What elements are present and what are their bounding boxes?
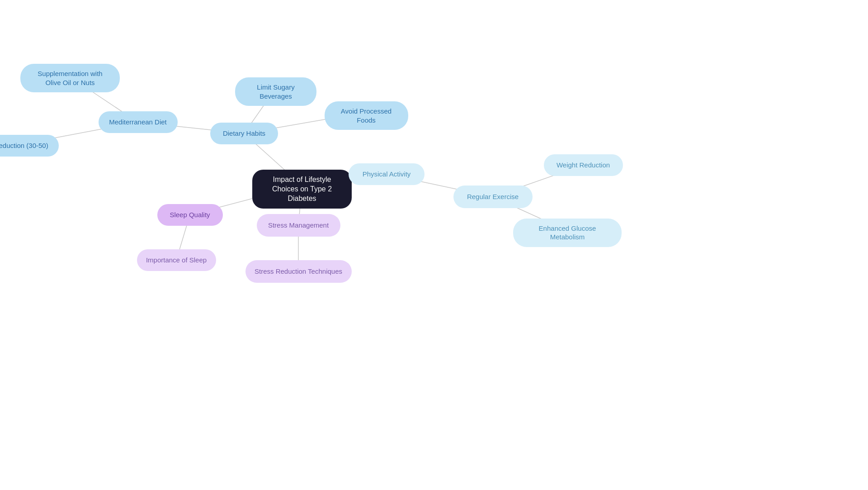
- node-risk-reduction[interactable]: Risk Reduction (30-50): [0, 135, 59, 157]
- node-regular-exercise[interactable]: Regular Exercise: [453, 186, 533, 208]
- node-limit-sugary[interactable]: Limit Sugary Beverages: [235, 77, 316, 106]
- node-avoid-processed[interactable]: Avoid Processed Foods: [325, 101, 408, 130]
- node-stress-management[interactable]: Stress Management: [257, 214, 340, 237]
- node-physical-activity[interactable]: Physical Activity: [349, 163, 425, 185]
- node-mediterranean[interactable]: Mediterranean Diet: [99, 111, 178, 133]
- node-dietary-habits[interactable]: Dietary Habits: [210, 123, 278, 144]
- node-weight-reduction[interactable]: Weight Reduction: [544, 154, 623, 176]
- center-node[interactable]: Impact of Lifestyle Choices on Type 2 Di…: [252, 170, 352, 209]
- node-sleep-quality[interactable]: Sleep Quality: [157, 204, 223, 226]
- node-olive-oil[interactable]: Supplementation with Olive Oil or Nuts: [20, 64, 120, 92]
- node-stress-reduction[interactable]: Stress Reduction Techniques: [245, 260, 352, 283]
- node-importance-sleep[interactable]: Importance of Sleep: [137, 249, 216, 271]
- node-enhanced-glucose[interactable]: Enhanced Glucose Metabolism: [513, 219, 622, 247]
- mind-map: Impact of Lifestyle Choices on Type 2 Di…: [0, 0, 868, 490]
